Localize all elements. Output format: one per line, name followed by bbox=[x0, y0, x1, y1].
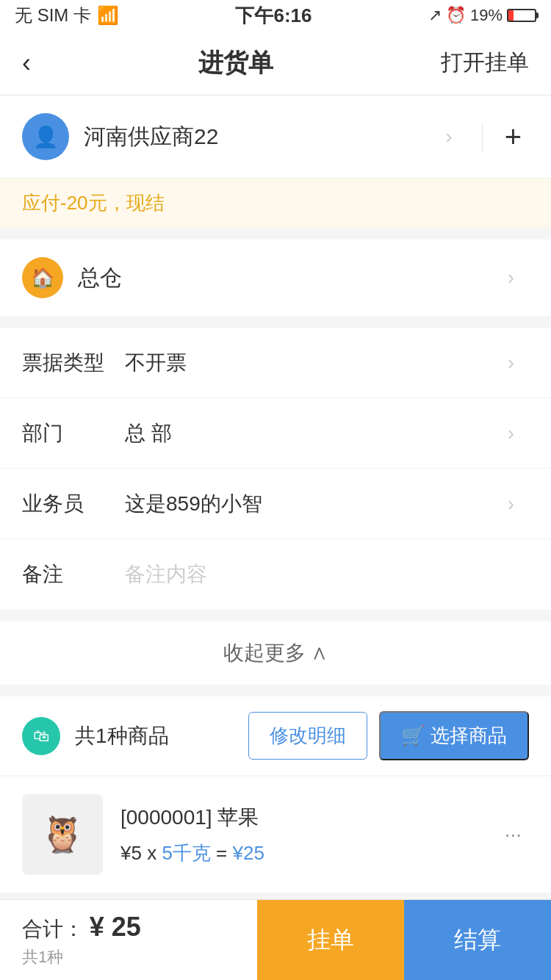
product-total: ¥25 bbox=[232, 842, 264, 864]
product-code: [0000001] bbox=[120, 806, 217, 829]
checkout-button[interactable]: 结算 bbox=[404, 900, 551, 980]
product-title: 苹果 bbox=[217, 806, 259, 829]
products-header: 🛍 共1种商品 修改明细 🛒 选择商品 bbox=[0, 696, 551, 775]
open-suspend-button[interactable]: 打开挂单 bbox=[441, 48, 529, 78]
status-time: 下午6:16 bbox=[235, 3, 311, 29]
bottom-bar: 合计： ¥ 25 共1种 挂单 结算 bbox=[0, 899, 551, 980]
status-bar: 无 SIM 卡 📶 下午6:16 ↗ ⏰ 19% bbox=[0, 0, 551, 31]
alarm-icon: ⏰ bbox=[446, 6, 466, 25]
suspend-button[interactable]: 挂单 bbox=[257, 900, 404, 980]
dept-chevron-icon: › bbox=[508, 422, 514, 445]
warehouse-chevron-icon: › bbox=[508, 266, 514, 289]
battery-percent: 19% bbox=[470, 6, 503, 25]
product-more-button[interactable]: ··· bbox=[497, 815, 529, 854]
avatar-icon: 👤 bbox=[33, 125, 59, 149]
page-title: 进货单 bbox=[198, 46, 273, 80]
select-product-button[interactable]: 🛒 选择商品 bbox=[379, 711, 529, 760]
warehouse-row[interactable]: 🏠 总仓 › bbox=[0, 239, 551, 316]
form-section: 票据类型 不开票 › 部门 总 部 › 业务员 这是859的小智 › 备注 备注… bbox=[0, 328, 551, 610]
product-name: [0000001] 苹果 bbox=[120, 804, 497, 832]
total-section: 合计： ¥ 25 共1种 bbox=[0, 900, 257, 980]
dept-value: 总 部 bbox=[125, 419, 508, 447]
supplier-name: 河南供应商22 bbox=[84, 122, 445, 152]
supplier-row[interactable]: 👤 河南供应商22 › + bbox=[0, 96, 551, 179]
invoice-label: 票据类型 bbox=[22, 349, 125, 377]
status-right: ↗ ⏰ 19% bbox=[428, 6, 536, 25]
total-amount: ¥ 25 bbox=[90, 912, 141, 942]
product-owl-icon: 🦉 bbox=[40, 814, 84, 855]
select-product-icon: 🛒 bbox=[401, 724, 425, 747]
sales-value: 这是859的小智 bbox=[125, 490, 508, 518]
dept-row[interactable]: 部门 总 部 › bbox=[0, 398, 551, 469]
sales-chevron-icon: › bbox=[508, 492, 514, 516]
product-qty: 5千克 bbox=[162, 842, 210, 864]
supplier-chevron-icon: › bbox=[445, 125, 452, 148]
sales-row[interactable]: 业务员 这是859的小智 › bbox=[0, 469, 551, 539]
total-count: 共1种 bbox=[22, 946, 235, 968]
supplier-alert: 应付-20元，现结 bbox=[0, 179, 551, 228]
product-info: [0000001] 苹果 ¥5 x 5千克 = ¥25 bbox=[120, 804, 497, 866]
remark-input[interactable]: 备注内容 bbox=[125, 561, 529, 588]
dept-label: 部门 bbox=[22, 419, 125, 447]
edit-detail-button[interactable]: 修改明细 bbox=[248, 712, 367, 760]
cart-icon: 🛍 bbox=[33, 727, 49, 746]
remark-row[interactable]: 备注 备注内容 bbox=[0, 539, 551, 610]
collapse-label: 收起更多 ∧ bbox=[223, 639, 328, 667]
invoice-row[interactable]: 票据类型 不开票 › bbox=[0, 328, 551, 398]
content-area: 👤 河南供应商22 › + 应付-20元，现结 🏠 总仓 › 票据类型 不开票 … bbox=[0, 96, 551, 975]
product-detail: ¥5 x 5千克 = ¥25 bbox=[120, 840, 497, 866]
product-price: ¥5 x bbox=[120, 842, 162, 864]
wifi-icon: 📶 bbox=[97, 5, 119, 26]
invoice-value: 不开票 bbox=[125, 349, 508, 377]
back-button[interactable]: ‹ bbox=[22, 48, 31, 79]
warehouse-card: 🏠 总仓 › bbox=[0, 239, 551, 316]
supplier-card: 👤 河南供应商22 › + 应付-20元，现结 bbox=[0, 96, 551, 228]
battery-icon bbox=[507, 9, 536, 22]
product-equals: = bbox=[211, 842, 233, 864]
status-left: 无 SIM 卡 📶 bbox=[15, 4, 119, 27]
product-thumbnail: 🦉 bbox=[22, 794, 103, 875]
warehouse-icon-symbol: 🏠 bbox=[31, 267, 54, 289]
total-label: 合计： bbox=[22, 918, 84, 940]
invoice-chevron-icon: › bbox=[508, 351, 514, 375]
divider bbox=[482, 122, 483, 151]
warehouse-name: 总仓 bbox=[78, 263, 508, 293]
collapse-row[interactable]: 收起更多 ∧ bbox=[0, 621, 551, 685]
add-button[interactable]: + bbox=[497, 120, 529, 154]
remark-label: 备注 bbox=[22, 561, 125, 588]
supplier-avatar: 👤 bbox=[22, 113, 69, 160]
warehouse-icon: 🏠 bbox=[22, 257, 63, 298]
select-product-label: 选择商品 bbox=[431, 723, 507, 749]
carrier-text: 无 SIM 卡 bbox=[15, 4, 91, 27]
total-row: 合计： ¥ 25 bbox=[22, 912, 235, 943]
location-icon: ↗ bbox=[428, 6, 442, 25]
sales-label: 业务员 bbox=[22, 490, 125, 518]
product-item: 🦉 [0000001] 苹果 ¥5 x 5千克 = ¥25 ··· bbox=[0, 777, 551, 893]
nav-bar: ‹ 进货单 打开挂单 bbox=[0, 31, 551, 96]
products-icon: 🛍 bbox=[22, 717, 60, 755]
products-count: 共1种商品 bbox=[75, 722, 248, 750]
